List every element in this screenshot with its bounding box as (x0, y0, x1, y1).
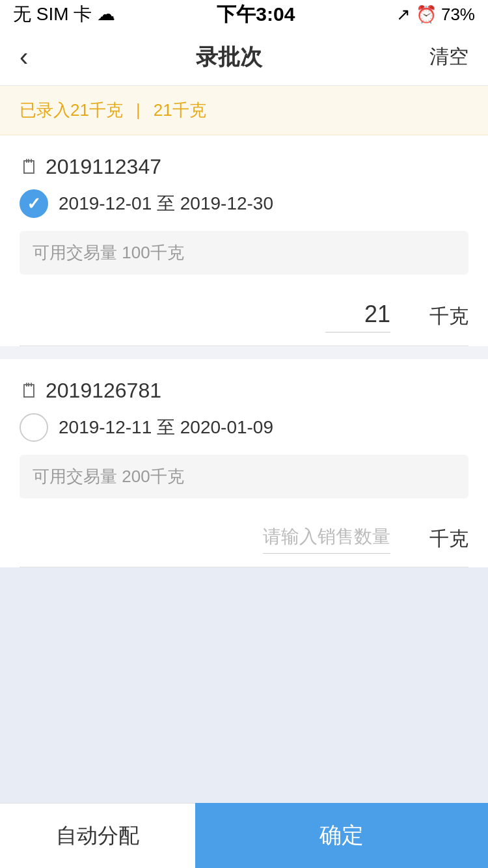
batch-date-1: 2019-12-01 至 2019-12-30 (59, 191, 273, 216)
batch-separator (0, 346, 488, 359)
summary-divider: | (136, 100, 141, 120)
content-area: 🗒 2019112347 2019-12-01 至 2019-12-30 可用交… (0, 135, 488, 868)
qty-unit-2: 千克 (429, 526, 468, 552)
batch-radio-1[interactable] (20, 189, 48, 218)
avail-qty-row-1: 可用交易量 100千克 (20, 231, 468, 275)
confirm-button[interactable]: 确定 (195, 803, 488, 868)
summary-recorded: 已录入21千克 (20, 99, 123, 122)
nav-bar: ‹ 录批次 清空 (0, 29, 488, 86)
avail-qty-text-2: 可用交易量 200千克 (33, 467, 184, 486)
empty-area (0, 567, 488, 828)
qty-value-1[interactable]: 21 (325, 301, 390, 332)
page-title: 录批次 (196, 42, 262, 72)
status-right: ↗ ⏰ 73% (396, 5, 475, 25)
qty-unit-1: 千克 (429, 303, 468, 330)
back-button[interactable]: ‹ (20, 42, 28, 72)
batch-date-row-1: 2019-12-01 至 2019-12-30 (20, 189, 468, 218)
batch-date-row-2: 2019-12-11 至 2020-01-09 (20, 413, 468, 442)
bottom-bar: 自动分配 确定 (0, 803, 488, 868)
batch-icon-2: 🗒 (20, 380, 39, 402)
qty-placeholder-2[interactable]: 请输入销售数量 (263, 524, 390, 554)
batch-radio-2[interactable] (20, 413, 48, 442)
batch-id-row-2: 🗒 2019126781 (20, 379, 468, 403)
batch-item-1: 🗒 2019112347 2019-12-01 至 2019-12-30 可用交… (0, 135, 488, 346)
batch-date-2: 2019-12-11 至 2020-01-09 (59, 415, 273, 440)
summary-bar: 已录入21千克 | 21千克 (0, 86, 488, 135)
batch-id-2: 2019126781 (46, 379, 161, 403)
battery-icon: ↗ ⏰ 73% (396, 5, 475, 25)
qty-input-row-1: 21 千克 (0, 288, 488, 346)
batch-item-2-inner: 🗒 2019126781 2019-12-11 至 2020-01-09 可用交… (0, 359, 488, 498)
avail-qty-row-2: 可用交易量 200千克 (20, 455, 468, 498)
auto-distribute-button[interactable]: 自动分配 (0, 803, 195, 868)
batch-id-1: 2019112347 (46, 155, 161, 179)
batch-item-2: 🗒 2019126781 2019-12-11 至 2020-01-09 可用交… (0, 359, 488, 567)
status-bar: 无 SIM 卡 ☁ 下午3:04 ↗ ⏰ 73% (0, 0, 488, 29)
batch-id-row-1: 🗒 2019112347 (20, 155, 468, 179)
summary-total: 21千克 (154, 99, 206, 122)
batch-item-1-inner: 🗒 2019112347 2019-12-01 至 2019-12-30 可用交… (0, 135, 488, 275)
qty-input-row-2: 请输入销售数量 千克 (0, 511, 488, 567)
page-container: 无 SIM 卡 ☁ 下午3:04 ↗ ⏰ 73% ‹ 录批次 清空 已录入21千… (0, 0, 488, 868)
clear-button[interactable]: 清空 (429, 44, 468, 70)
avail-qty-text-1: 可用交易量 100千克 (33, 243, 184, 262)
batch-icon-1: 🗒 (20, 156, 39, 178)
status-time: 下午3:04 (217, 1, 295, 28)
status-left: 无 SIM 卡 ☁ (13, 2, 115, 27)
